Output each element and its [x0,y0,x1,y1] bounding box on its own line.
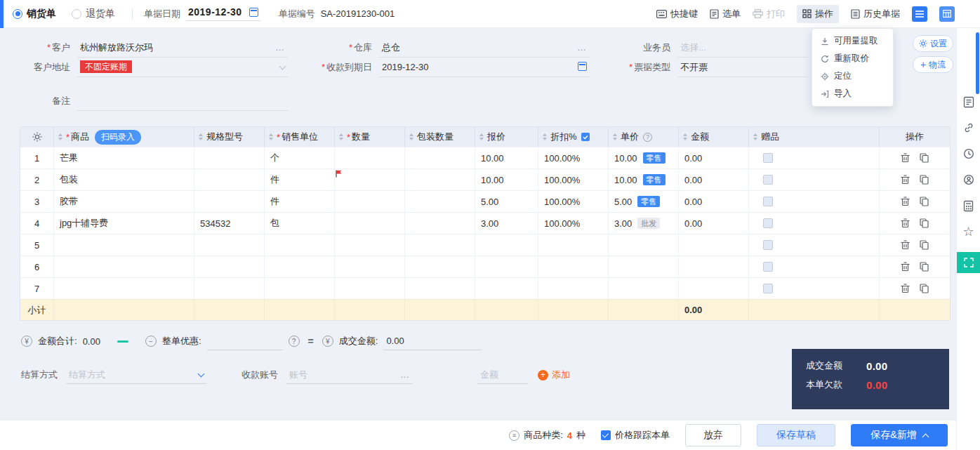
cell-spec[interactable] [194,147,265,168]
cell-qty[interactable] [335,213,405,234]
cell-product[interactable]: jpg十辅导费 [54,213,194,234]
order-discount-input[interactable] [207,332,283,350]
scrollbar-thumb[interactable] [976,32,979,94]
info-icon[interactable]: ? [643,133,652,142]
cell-gift[interactable] [749,169,880,190]
cell-pkg-qty[interactable] [405,191,475,212]
delete-row-icon[interactable] [901,218,910,228]
column-header-pkg-qty[interactable]: 包装数量 [405,127,475,147]
cell-spec[interactable] [194,234,265,256]
price-type-tag[interactable]: 批发 [637,218,660,229]
calendar-icon-wrap[interactable] [578,62,587,73]
delete-row-icon[interactable] [901,175,910,185]
cell-price[interactable] [609,278,679,299]
calculator-icon[interactable] [962,199,975,212]
warehouse-input[interactable]: 总仓 … [379,38,590,58]
cell-pkg-qty[interactable] [405,234,475,256]
equals-icon[interactable]: = [308,336,314,347]
price-type-tag[interactable]: 零售 [637,196,660,207]
cell-pkg-qty[interactable] [405,213,475,234]
column-header-price[interactable]: 单价? [609,127,679,147]
cell-pkg-qty[interactable] [405,256,475,277]
ellipsis-icon[interactable]: … [275,42,285,53]
column-header-spec[interactable]: 规格型号 [194,127,265,147]
cell-price[interactable] [609,256,679,277]
column-settings-header[interactable] [20,127,54,147]
chevron-down-icon[interactable] [279,62,286,70]
settings-button[interactable]: 设置 [913,35,953,52]
logistics-button[interactable]: + 物流 [913,56,953,73]
print-button[interactable]: 打印 [753,8,785,20]
cell-pkg-qty[interactable] [405,169,475,190]
cell-discount[interactable]: 100.00% [538,213,609,234]
menu-item-import[interactable]: 导入 [812,85,893,102]
cell-gift[interactable] [749,256,880,277]
invoice-type-input[interactable]: 不开票 [677,58,807,77]
column-header-unit[interactable]: *销售单位 [265,127,335,147]
cell-unit[interactable] [265,278,335,299]
cell-spec[interactable] [194,169,265,190]
cell-product[interactable] [54,234,194,256]
cell-gift[interactable] [749,147,880,168]
pick-order-button[interactable]: 选单 [710,8,741,20]
delete-row-icon[interactable] [901,197,910,206]
account-input[interactable]: 账号 … [286,366,413,384]
sort-icon[interactable] [543,133,547,140]
cell-price[interactable]: 10.00零售 [609,147,679,168]
price-type-tag[interactable]: 零售 [643,174,666,185]
cell-spec[interactable] [194,256,265,277]
menu-item-locate[interactable]: 定位 [812,67,893,85]
calendar-icon[interactable] [249,8,258,17]
cell-qty[interactable] [335,147,405,168]
cell-amount[interactable]: 0.00 [679,147,749,168]
gift-checkbox[interactable] [763,175,773,185]
gift-checkbox[interactable] [763,284,773,293]
copy-row-icon[interactable] [920,153,929,163]
cell-gift[interactable] [749,213,880,234]
table-view-button[interactable] [939,6,955,22]
ellipsis-icon[interactable]: … [577,42,587,53]
calendar-icon[interactable] [578,62,587,71]
cell-product[interactable] [54,278,194,299]
note-icon[interactable] [962,95,975,108]
cell-quote[interactable] [475,256,538,277]
cell-discount[interactable] [538,234,609,256]
sort-icon[interactable] [409,133,413,140]
chevron-down-icon[interactable] [198,370,205,377]
cell-spec[interactable] [194,191,265,212]
gift-checkbox[interactable] [763,262,773,272]
cell-price[interactable]: 10.00零售 [609,169,679,190]
sort-icon[interactable] [339,133,343,140]
sort-icon[interactable] [58,133,62,140]
gift-checkbox[interactable] [763,240,773,250]
action-menu-button[interactable]: 操作 [797,5,839,23]
sort-icon[interactable] [479,133,484,140]
gift-checkbox[interactable] [763,153,773,163]
shortcut-button[interactable]: 快捷键 [656,8,698,20]
cell-quote[interactable] [475,234,538,256]
copy-row-icon[interactable] [920,197,929,206]
cell-unit[interactable]: 个 [265,147,335,168]
history-button[interactable]: 历史单据 [851,8,900,20]
sort-icon[interactable] [683,133,687,140]
doc-type-sales-radio[interactable]: 销货单 [13,8,56,20]
sort-icon[interactable] [199,133,203,140]
ellipsis-icon[interactable]: … [400,369,410,380]
column-header-quote[interactable]: 报价 [475,127,538,147]
cell-gift[interactable] [749,278,880,299]
sort-icon[interactable] [753,133,757,140]
menu-item-refetch-price[interactable]: 重新取价 [812,50,893,67]
cell-discount[interactable]: 100.00% [538,147,609,168]
link-icon[interactable] [962,121,975,134]
column-header-gift[interactable]: 赠品 [749,127,880,147]
clock-icon[interactable] [962,147,975,160]
gift-checkbox[interactable] [763,197,773,206]
cell-unit[interactable] [265,234,335,256]
gift-checkbox[interactable] [763,218,773,228]
cell-product[interactable]: 包装 [54,169,194,190]
scan-input-badge[interactable]: 扫码录入 [95,130,141,145]
cell-qty[interactable] [335,234,405,256]
copy-row-icon[interactable] [920,240,929,250]
sort-icon[interactable] [269,133,273,140]
cell-price[interactable]: 5.00零售 [609,191,679,212]
